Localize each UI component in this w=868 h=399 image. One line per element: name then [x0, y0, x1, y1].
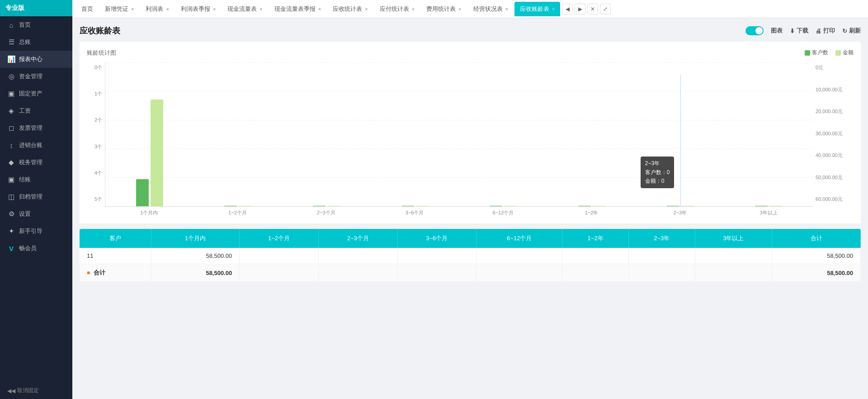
tab-next-btn[interactable]: ▶: [575, 4, 585, 14]
tab-bar: 首页 新增凭证 × 利润表 × 利润表季报 × 现金流量表 × 现金流量表季报 …: [72, 0, 868, 18]
bar-amount: [593, 206, 605, 206]
cell-y23: [628, 248, 695, 264]
tab-profit-q[interactable]: 利润表季报 ×: [175, 2, 221, 16]
sidebar-item-trade[interactable]: ↕ 进销台账: [0, 137, 72, 154]
total-m23: [318, 264, 397, 282]
tab-prev-btn[interactable]: ◀: [562, 4, 573, 14]
bar-customer: [224, 206, 237, 206]
bar-customer: [578, 206, 591, 206]
close-icon[interactable]: ×: [166, 6, 169, 12]
col-m612: 6~12个月: [476, 229, 562, 248]
tab-fullscreen-btn[interactable]: ⤢: [600, 4, 611, 14]
cell-m1: 58,500.00: [151, 248, 240, 264]
sidebar-item-label: 报表中心: [19, 55, 42, 63]
sidebar-item-settings[interactable]: ⚙ 设置: [0, 205, 72, 223]
y-right-label: 20,000.00元: [816, 108, 843, 115]
chart-tooltip: 2~3年 客户数：0 金额：0: [641, 157, 675, 188]
pin-toggle[interactable]: ◀◀ 取消固定: [0, 382, 72, 399]
close-icon[interactable]: ×: [259, 6, 262, 12]
col-y3plus: 3年以上: [695, 229, 772, 248]
tooltip-amount: 金额：0: [645, 177, 670, 185]
bar-amount: [416, 206, 429, 206]
sidebar-item-label: 总账: [19, 38, 31, 46]
bar-customer: [667, 206, 679, 206]
tab-close-btn[interactable]: ✕: [587, 4, 598, 14]
sidebar-item-vip[interactable]: V 畅会员: [0, 240, 72, 257]
bar-group-y3plus: [724, 206, 813, 206]
sidebar-item-ledger[interactable]: ☰ 总账: [0, 33, 72, 51]
download-button[interactable]: ⬇ 下载: [790, 27, 808, 35]
close-icon[interactable]: ×: [412, 6, 415, 12]
refresh-button[interactable]: ↻ 刷新: [842, 27, 861, 35]
refresh-icon: ↻: [842, 28, 847, 34]
cell-m12: [240, 248, 319, 264]
sidebar-item-label: 归档管理: [19, 193, 42, 201]
x-label-m1: 1个月内: [105, 209, 193, 216]
bar-amount: [769, 206, 782, 206]
tab-cashflow-q[interactable]: 现金流量表季报 ×: [269, 2, 326, 16]
bars-container: 2~3年 客户数：0 金额：0: [105, 62, 813, 207]
y-right-label: 40,000.00元: [816, 152, 843, 159]
sidebar-item-assets[interactable]: ▣ 固定资产: [0, 85, 72, 102]
tab-label: 经营状况表: [473, 5, 503, 13]
tab-home[interactable]: 首页: [76, 2, 99, 16]
y-label: 4个: [94, 170, 102, 176]
tab-ar-stat[interactable]: 应收统计表 ×: [327, 2, 373, 16]
cell-m36: [397, 248, 476, 264]
chart-title: 账龄统计图: [87, 49, 854, 57]
sidebar-item-guide[interactable]: ✦ 新手引导: [0, 223, 72, 240]
y-right-label: 10,000.00元: [816, 86, 843, 93]
sidebar-item-home[interactable]: ⌂ 首页: [0, 16, 72, 33]
bar-group-m23: [282, 206, 371, 206]
close-icon[interactable]: ×: [458, 6, 461, 12]
bar-amount: [151, 100, 163, 206]
sidebar-item-reports[interactable]: 📊 报表中心: [0, 51, 72, 68]
tooltip-title: 2~3年: [645, 159, 670, 168]
sidebar-item-settle[interactable]: ▣ 结账: [0, 171, 72, 188]
print-button[interactable]: 🖨 打印: [816, 27, 835, 35]
close-icon[interactable]: ×: [318, 6, 321, 12]
bar-customer: [755, 206, 768, 206]
sidebar-item-salary[interactable]: ◈ 工资: [0, 102, 72, 119]
bar-customer: [490, 206, 502, 206]
sidebar-item-label: 工资: [19, 107, 31, 115]
close-icon[interactable]: ×: [505, 6, 508, 12]
cell-m23: [318, 248, 397, 264]
col-y23: 2~3年: [628, 229, 695, 248]
total-total: 58,500.00: [772, 264, 861, 282]
grid-line: [105, 91, 813, 91]
tab-ar-aging[interactable]: 应收账龄表 ×: [514, 2, 560, 16]
close-icon[interactable]: ×: [131, 6, 134, 12]
guide-icon: ✦: [7, 227, 15, 235]
refresh-label: 刷新: [849, 27, 861, 35]
chart-toggle-label: 图表: [771, 27, 783, 35]
sidebar-item-archive[interactable]: ◫ 归档管理: [0, 188, 72, 205]
hover-line: [680, 75, 681, 207]
tab-profit[interactable]: 利润表 ×: [140, 2, 174, 16]
col-m1: 1个月内: [151, 229, 240, 248]
sidebar-item-capital[interactable]: ◎ 资金管理: [0, 68, 72, 85]
app-logo: 专业版: [0, 0, 72, 16]
salary-icon: ◈: [7, 107, 15, 115]
tab-voucher[interactable]: 新增凭证 ×: [99, 2, 139, 16]
print-icon: 🖨: [816, 28, 821, 34]
tab-expense[interactable]: 费用统计表 ×: [421, 2, 467, 16]
tab-cashflow[interactable]: 现金流量表 ×: [222, 2, 268, 16]
customer-color-dot: [805, 50, 810, 56]
close-icon[interactable]: ×: [552, 6, 555, 12]
tab-biz[interactable]: 经营状况表 ×: [468, 2, 514, 16]
y-axis-left: 5个 4个 3个 2个 1个 0个: [87, 62, 105, 216]
total-m36: [397, 264, 476, 282]
sidebar-item-tax[interactable]: ◆ 税务管理: [0, 154, 72, 171]
sidebar-item-label: 固定资产: [19, 90, 42, 98]
close-icon[interactable]: ×: [213, 6, 216, 12]
tab-ap-stat[interactable]: 应付统计表 ×: [374, 2, 420, 16]
tab-label: 利润表: [146, 5, 163, 13]
sidebar-item-invoice[interactable]: ◻ 发票管理: [0, 119, 72, 137]
close-icon[interactable]: ×: [365, 6, 368, 12]
cell-total: 58,500.00: [772, 248, 861, 264]
vip-icon: V: [7, 245, 15, 252]
print-label: 打印: [823, 27, 835, 35]
ledger-icon: ☰: [7, 38, 15, 46]
chart-toggle[interactable]: [745, 26, 764, 35]
